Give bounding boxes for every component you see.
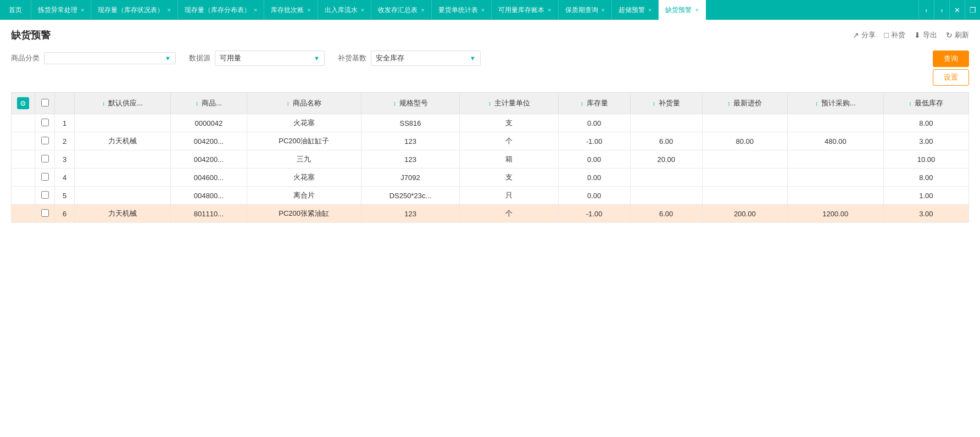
nav-tab-close-inout[interactable]: × (361, 7, 364, 13)
nav-expand-btn[interactable]: ❐ (965, 0, 980, 20)
code-sort-icon[interactable]: ↕ (196, 100, 199, 107)
filter-row: 商品分类 ▼ 数据源 可用量 ▼ 补货基数 (11, 51, 933, 66)
row-code: 0000042 (171, 114, 247, 132)
spec-header: ↕ 规格型号 (361, 93, 460, 114)
nav-tab-close-inventory-status[interactable]: × (167, 7, 170, 13)
nav-tab-close-receipt[interactable]: × (421, 7, 424, 13)
row-supplier (75, 187, 171, 205)
select-all-checkbox[interactable] (41, 99, 49, 107)
nav-tab-close-available[interactable]: × (548, 7, 551, 13)
nav-tab-close-order-stat[interactable]: × (481, 7, 485, 13)
row-name: PC200张紧油缸 (247, 205, 361, 223)
nav-tab-defect[interactable]: 拣货异常处理× (31, 0, 91, 20)
export-action[interactable]: ⬇ 导出 (914, 30, 937, 40)
row-code: 004200... (171, 132, 247, 150)
nav-tab-close-batch[interactable]: × (307, 7, 310, 13)
nav-tab-close-expiry[interactable]: × (602, 7, 605, 13)
replenish-label: 补货 (891, 30, 905, 40)
nav-next-btn[interactable]: › (934, 0, 949, 20)
row-latest-price (702, 187, 787, 205)
nav-tab-close-defect[interactable]: × (81, 7, 84, 13)
min-stock-sort-icon[interactable]: ↕ (909, 100, 912, 107)
row-spec: 123 (361, 132, 460, 150)
row-unit: 个 (460, 205, 558, 223)
nav-tab-inout[interactable]: 出入库流水× (318, 0, 371, 20)
est-purchase-header: ↕ 预计采购... (787, 93, 883, 114)
row-checkbox-1[interactable] (41, 137, 49, 144)
share-action[interactable]: ↗ 分享 (853, 30, 876, 40)
nav-tab-available[interactable]: 可用量库存账本× (492, 0, 558, 20)
row-name: 火花塞 (247, 169, 361, 187)
nav-tab-inventory-status[interactable]: 现存量（库存状况表）× (91, 0, 177, 20)
row-est-purchase: 1200.00 (787, 205, 883, 223)
data-table: ⚙ ↕ 默认供应... ↕ 商品... ↕ 商品名称 (11, 92, 969, 223)
row-checkbox-2[interactable] (41, 155, 49, 163)
row-checkbox-5[interactable] (41, 209, 49, 217)
spec-sort-icon[interactable]: ↕ (393, 100, 396, 107)
nav-tab-order-stat[interactable]: 要货单统计表× (432, 0, 492, 20)
nav-tab-overstock[interactable]: 超储预警× (612, 0, 659, 20)
replenish-base-label: 补货基数 (338, 53, 366, 63)
row-name: 火花塞 (247, 114, 361, 132)
row-num: 5 (55, 187, 75, 205)
query-button[interactable]: 查询 (933, 51, 969, 67)
row-checkbox-0[interactable] (41, 119, 49, 126)
row-check[interactable] (35, 187, 55, 205)
nav-close-btn[interactable]: ✕ (949, 0, 965, 20)
replenish-base-select[interactable]: 安全库存 ▼ (371, 51, 481, 66)
replenish-base-value: 安全库存 (376, 53, 404, 63)
row-check[interactable] (35, 114, 55, 132)
refresh-label: 刷新 (955, 30, 969, 40)
supplier-sort-icon[interactable]: ↕ (102, 100, 105, 107)
category-select[interactable]: ▼ (44, 52, 176, 64)
latest-price-sort-icon[interactable]: ↕ (727, 100, 731, 107)
nav-tab-shortage[interactable]: 缺货预警× (659, 0, 705, 20)
row-replenish (630, 114, 702, 132)
nav-tab-batch[interactable]: 库存批次账× (264, 0, 318, 20)
row-latest-price (702, 150, 787, 169)
unit-sort-icon[interactable]: ↕ (488, 100, 491, 107)
nav-tab-home[interactable]: 首页 (0, 0, 31, 20)
table-row: 4004600...火花塞J7092支0.008.00 (12, 169, 969, 187)
supplier-header: ↕ 默认供应... (75, 93, 171, 114)
row-check[interactable] (35, 169, 55, 187)
nav-tab-close-overstock[interactable]: × (648, 7, 652, 13)
refresh-action[interactable]: ↻ 刷新 (946, 30, 969, 40)
table-row: 5004800...离合片DS250*23c...只0.001.00 (12, 187, 969, 205)
page-title: 缺货预警 (11, 29, 51, 42)
datasource-select[interactable]: 可用量 ▼ (215, 51, 325, 66)
check-header (35, 93, 55, 114)
stock-sort-icon[interactable]: ↕ (581, 100, 584, 107)
name-sort-icon[interactable]: ↕ (287, 100, 290, 107)
category-filter-group: 商品分类 ▼ (11, 52, 176, 64)
row-checkbox-3[interactable] (41, 173, 49, 181)
nav-tab-receipt[interactable]: 收发存汇总表× (371, 0, 431, 20)
replenish-sort-icon[interactable]: ↕ (653, 100, 656, 107)
replenish-action[interactable]: □ 补货 (884, 30, 905, 40)
row-supplier (75, 150, 171, 169)
nav-prev-btn[interactable]: ‹ (918, 0, 934, 20)
row-check[interactable] (35, 205, 55, 223)
share-label: 分享 (861, 30, 876, 40)
row-check[interactable] (35, 150, 55, 169)
row-replenish (630, 169, 702, 187)
nav-tab-inventory-dist[interactable]: 现存量（库存分布表）× (178, 0, 264, 20)
nav-tab-close-inventory-dist[interactable]: × (254, 7, 257, 13)
est-purchase-sort-icon[interactable]: ↕ (815, 100, 818, 107)
settings-button[interactable]: 设置 (933, 69, 969, 86)
row-code: 801110... (171, 205, 247, 223)
row-checkbox-4[interactable] (41, 191, 49, 199)
row-stock: 0.00 (558, 150, 630, 169)
row-code: 004600... (171, 169, 247, 187)
row-est-purchase (787, 114, 883, 132)
row-spec: 123 (361, 150, 460, 169)
row-check[interactable] (35, 132, 55, 150)
nav-tab-close-shortage[interactable]: × (695, 7, 698, 13)
page-container: 缺货预警 ↗ 分享 □ 补货 ⬇ 导出 ↻ 刷新 (0, 20, 980, 437)
nav-tab-expiry[interactable]: 保质期查询× (559, 0, 612, 20)
row-unit: 只 (460, 187, 558, 205)
row-unit: 个 (460, 132, 558, 150)
table-row: 2力天机械004200...PC200油缸缸子123个-1.006.0080.0… (12, 132, 969, 150)
gear-icon[interactable]: ⚙ (17, 97, 29, 109)
row-min-stock: 8.00 (883, 114, 968, 132)
